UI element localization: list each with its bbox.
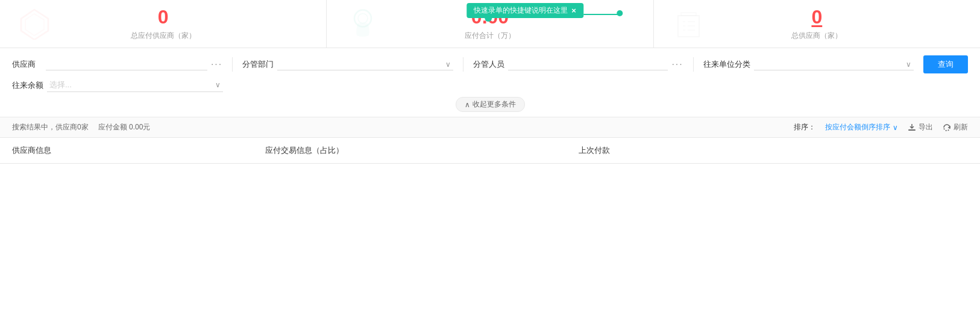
svg-marker-1 — [25, 14, 44, 36]
stat-payable-total: 快速录单的快捷键说明在这里 × 0.00 应付合计（万） — [327, 0, 653, 48]
filter-row-1: 供应商 ··· 分管部门 ∨ 分管人员 ··· 往来单位分类 ∨ — [12, 55, 968, 73]
tooltip-text: 快速录单的快捷键说明在这里 — [474, 5, 568, 16]
collapse-label: 收起更多条件 — [473, 99, 516, 110]
collapse-icon: ∧ — [465, 101, 470, 109]
department-select[interactable]: ∨ — [277, 59, 453, 70]
col-header-last-payment: 上次付款 — [579, 145, 968, 156]
balance-placeholder: 选择... — [49, 79, 72, 90]
table-body — [0, 164, 980, 310]
sort-value-label: 按应付会额倒序排序 — [825, 122, 890, 132]
stat-label-payable-suppliers: 总应付供应商（家） — [131, 31, 196, 41]
tooltip-dot — [617, 10, 623, 16]
filter-department: 分管部门 ∨ — [242, 59, 453, 70]
balance-label: 往来余额 — [12, 80, 43, 91]
stats-bar: 0 总应付供应商（家） 快速录单的快捷键说明在这里 × 0.00 应付合计（万） — [0, 0, 980, 48]
collapse-row: ∧ 收起更多条件 — [12, 97, 968, 112]
manager-dots-button[interactable]: ··· — [671, 59, 683, 70]
filter-bar: 供应商 ··· 分管部门 ∨ 分管人员 ··· 往来单位分类 ∨ — [0, 48, 980, 117]
result-summary: 搜索结果中，供应商0家 应付金额 0.00元 — [12, 122, 150, 132]
result-actions: 排序： 按应付会额倒序排序 ∨ 导出 刷新 — [794, 122, 968, 132]
col-header-supplier-info: 供应商信息 — [12, 145, 265, 156]
filter-balance: 往来余额 选择... ∨ — [12, 78, 223, 92]
unit-category-select[interactable]: ∨ — [754, 59, 914, 70]
department-arrow: ∨ — [445, 60, 451, 69]
table-header: 供应商信息 应付交易信息（占比） 上次付款 — [0, 138, 980, 164]
svg-point-3 — [358, 13, 368, 23]
col-header-payable-info: 应付交易信息（占比） — [265, 145, 579, 156]
stat-total-suppliers: 0 总供应商（家） — [654, 0, 980, 48]
refresh-button[interactable]: 刷新 — [943, 122, 968, 132]
stat-label-payable-total: 应付合计（万） — [465, 31, 515, 41]
divider-1 — [232, 57, 233, 72]
building-icon — [672, 7, 705, 42]
collapse-button[interactable]: ∧ 收起更多条件 — [456, 97, 525, 112]
unit-category-label: 往来单位分类 — [703, 59, 750, 70]
balance-arrow: ∨ — [215, 81, 221, 89]
bag-icon — [345, 5, 381, 43]
manager-input[interactable] — [508, 58, 668, 70]
diamond-icon — [18, 7, 51, 42]
sort-arrow: ∨ — [893, 123, 898, 132]
sort-select[interactable]: 按应付会额倒序排序 ∨ — [825, 122, 898, 132]
svg-rect-12 — [908, 129, 916, 131]
balance-select[interactable]: 选择... ∨ — [47, 78, 223, 92]
refresh-icon — [943, 123, 951, 132]
supplier-dots-button[interactable]: ··· — [211, 59, 222, 70]
divider-2 — [463, 57, 463, 72]
stat-number-payable-suppliers: 0 — [158, 7, 169, 28]
filter-supplier: 供应商 ··· — [12, 58, 222, 70]
supplier-count-label: 搜索结果中，供应商0家 — [12, 122, 89, 132]
stat-number-total-suppliers: 0 — [811, 7, 822, 28]
filter-row-2: 往来余额 选择... ∨ — [12, 78, 223, 92]
supplier-label: 供应商 — [12, 59, 42, 70]
tooltip-close-button[interactable]: × — [571, 6, 576, 15]
unit-category-arrow: ∨ — [906, 60, 911, 69]
query-button[interactable]: 查询 — [923, 55, 968, 73]
sort-prefix-label: 排序： — [794, 122, 815, 132]
supplier-input[interactable] — [46, 58, 207, 70]
tooltip-bubble: 快速录单的快捷键说明在这里 × — [466, 3, 583, 18]
result-bar: 搜索结果中，供应商0家 应付金额 0.00元 排序： 按应付会额倒序排序 ∨ 导… — [0, 117, 980, 138]
amount-label: 应付金额 0.00元 — [98, 122, 151, 132]
stat-total-payable-suppliers: 0 总应付供应商（家） — [0, 0, 327, 48]
export-button[interactable]: 导出 — [908, 122, 933, 132]
svg-rect-5 — [681, 13, 696, 16]
filter-manager: 分管人员 ··· — [473, 58, 683, 70]
stat-label-total-suppliers: 总供应商（家） — [791, 31, 842, 41]
filter-unit-category: 往来单位分类 ∨ — [703, 59, 914, 70]
department-label: 分管部门 — [242, 59, 274, 70]
manager-label: 分管人员 — [473, 59, 504, 70]
export-icon — [908, 123, 916, 132]
divider-3 — [693, 57, 694, 72]
tooltip-line — [583, 14, 620, 15]
